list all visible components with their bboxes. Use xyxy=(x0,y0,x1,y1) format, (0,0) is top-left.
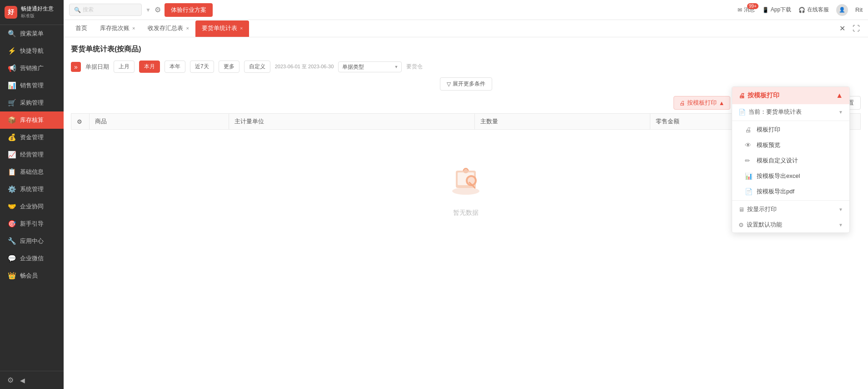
template-preview-icon: 👁 xyxy=(745,141,753,149)
sidebar-item-member[interactable]: 👑 畅会员 xyxy=(0,267,64,284)
column-settings-icon[interactable]: ⚙ xyxy=(77,118,82,125)
date-more-button[interactable]: 更多 xyxy=(219,61,239,73)
online-service-item[interactable]: 🎧 在线客服 xyxy=(798,6,829,14)
tab-order-stats[interactable]: 要货单统计表 × xyxy=(195,20,249,37)
sidebar-item-sales[interactable]: 📊 销售管理 xyxy=(0,77,64,94)
template-print-button[interactable]: 🖨 按模板打印 ▲ xyxy=(673,96,730,110)
industry-solution-button[interactable]: 体验行业方案 xyxy=(165,3,213,17)
guide-icon: 🎯 xyxy=(7,220,16,228)
settings-gear-icon[interactable]: ⚙ xyxy=(155,5,161,14)
settings-icon[interactable]: ⚙ xyxy=(7,376,14,384)
type-select-wrap: 单据类型 xyxy=(338,61,402,72)
wechat-icon: 💬 xyxy=(7,254,16,263)
display-print-icon: 🖥 xyxy=(738,206,744,213)
date-7days-button[interactable]: 近7天 xyxy=(190,61,214,73)
topbar-search-icon: 🔍 xyxy=(74,7,81,13)
close-window-button[interactable]: ✕ xyxy=(837,23,848,34)
dropdown-item-template-print[interactable]: 🖨 模板打印 xyxy=(732,122,849,137)
tabs-bar: 首页 库存批次账 × 收发存汇总表 × 要货单统计表 × ✕ ⛶ xyxy=(64,20,868,37)
dropdown-item-export-pdf[interactable]: 📄 按模板导出pdf xyxy=(732,184,849,199)
sidebar-item-collab[interactable]: 🤝 企业协同 xyxy=(0,198,64,215)
table-col-unit: 主计量单位 xyxy=(229,114,475,130)
sidebar-logo: 好 畅捷通好生意 标准版 xyxy=(0,0,64,25)
dropdown-title: 🖨 按模板打印 xyxy=(738,91,779,100)
empty-svg xyxy=(443,157,489,202)
expand-conditions-button[interactable]: ▽ 展开更多条件 xyxy=(440,77,492,91)
tab-close-inventory-batch[interactable]: × xyxy=(132,25,135,31)
messages-icon: ✉ xyxy=(738,7,742,13)
empty-text: 暂无数据 xyxy=(453,209,479,217)
sidebar-item-app-center[interactable]: 🔧 应用中心 xyxy=(0,232,64,250)
display-print-chevron: ▼ xyxy=(838,207,843,212)
dropdown-item-template-custom[interactable]: ✏ 模板自定义设计 xyxy=(732,153,849,168)
sidebar-item-marketing[interactable]: 📢 营销推广 xyxy=(0,60,64,77)
purchase-icon: 🛒 xyxy=(7,99,16,107)
dropdown-item-export-excel[interactable]: 📊 按模板导出excel xyxy=(732,168,849,184)
sidebar-item-system[interactable]: ⚙️ 系统管理 xyxy=(0,181,64,198)
table-col-goods: 商品 xyxy=(90,114,229,130)
app-center-icon: 🔧 xyxy=(7,237,16,245)
tab-receipts-summary[interactable]: 收发存汇总表 × xyxy=(141,20,195,37)
tab-close-receipts-summary[interactable]: × xyxy=(186,25,189,31)
member-icon: 👑 xyxy=(7,272,16,280)
date-this-year-button[interactable]: 本年 xyxy=(165,61,185,73)
topbar-search-box[interactable]: 🔍 搜索 xyxy=(69,4,142,16)
set-default-section[interactable]: ⚙ 设置默认功能 ▼ xyxy=(732,217,849,232)
collab-icon: 🤝 xyxy=(7,202,16,211)
messages-item[interactable]: ✉ 消息 99+ xyxy=(738,6,755,14)
headset-icon: 🎧 xyxy=(798,7,805,13)
sidebar-item-finance[interactable]: 💰 资金管理 xyxy=(0,129,64,146)
system-icon: ⚙️ xyxy=(7,185,16,193)
current-template-section[interactable]: 📄 当前：要货单统计表 ▼ xyxy=(732,104,849,120)
search-nav-icon: 🔍 xyxy=(7,30,16,38)
current-template-chevron: ▼ xyxy=(838,110,843,115)
date-range-text: 2023-06-01 至 2023-06-30 xyxy=(275,63,334,70)
collapse-icon[interactable]: ◀ xyxy=(20,377,25,384)
inventory-icon: 📦 xyxy=(7,116,16,124)
dropdown-panel: 🖨 按模板打印 ▲ 📄 当前：要货单统计表 ▼ 🖨 模板打印 👁 xyxy=(732,86,850,233)
tab-home[interactable]: 首页 xyxy=(69,20,94,37)
type-select[interactable]: 单据类型 xyxy=(338,61,402,72)
dropdown-close-button[interactable]: ▲ xyxy=(836,91,843,100)
page-title: 要货单统计表(按商品) xyxy=(71,45,861,54)
chevron-up-icon: ▲ xyxy=(718,100,724,106)
maximize-window-button[interactable]: ⛶ xyxy=(850,23,863,34)
user-avatar[interactable]: 👤 xyxy=(836,4,848,16)
sidebar-item-operations[interactable]: 📈 经营管理 xyxy=(0,146,64,163)
date-label: 单据日期 xyxy=(85,63,109,71)
display-print-section[interactable]: 🖥 按显示打印 ▼ xyxy=(732,202,849,217)
sidebar-item-quick-nav[interactable]: ⚡ 快捷导航 xyxy=(0,42,64,60)
sidebar-item-search[interactable]: 🔍 搜索菜单 xyxy=(0,25,64,42)
app-download-icon: 📱 xyxy=(762,7,769,13)
expand-icon: ▽ xyxy=(447,81,451,87)
svg-point-0 xyxy=(452,187,479,195)
table-col-settings[interactable]: ⚙ xyxy=(71,114,90,130)
dropdown-item-template-preview[interactable]: 👁 模板预览 xyxy=(732,137,849,153)
sidebar-logo-text: 畅捷通好生意 标准版 xyxy=(21,5,54,19)
sidebar-item-guide[interactable]: 🎯 新手引导 xyxy=(0,215,64,232)
sidebar-navigation: 🔍 搜索菜单 ⚡ 快捷导航 📢 营销推广 📊 销售管理 🛒 采购管理 📦 库存核… xyxy=(0,25,64,371)
tabs-actions: ✕ ⛶ xyxy=(837,23,863,34)
dropdown-arrow[interactable]: ▼ xyxy=(145,7,151,13)
table-col-quantity: 主数量 xyxy=(475,114,650,130)
app-download-item[interactable]: 📱 App下载 xyxy=(762,6,791,14)
sidebar-item-inventory[interactable]: 📦 库存核算 xyxy=(0,111,64,129)
date-custom-button[interactable]: 自定义 xyxy=(244,61,270,73)
quick-nav-icon: ⚡ xyxy=(7,47,16,55)
printer-icon: 🖨 xyxy=(679,100,685,106)
sidebar-item-basic-info[interactable]: 📋 基础信息 xyxy=(0,163,64,181)
dropdown-header: 🖨 按模板打印 ▲ xyxy=(732,87,849,104)
filter-toggle-button[interactable]: » xyxy=(71,62,81,72)
tab-close-order-stats[interactable]: × xyxy=(240,25,243,31)
app-logo-icon: 好 xyxy=(5,6,17,19)
sidebar-item-wechat[interactable]: 💬 企业微信 xyxy=(0,250,64,267)
sales-icon: 📊 xyxy=(7,81,16,90)
set-default-icon: ⚙ xyxy=(738,222,744,228)
dropdown-divider-2 xyxy=(732,200,849,201)
date-this-month-button[interactable]: 本月 xyxy=(139,61,160,73)
template-print-icon: 🖨 xyxy=(745,126,753,133)
tab-inventory-batch[interactable]: 库存批次账 × xyxy=(94,20,141,37)
sidebar-item-purchase[interactable]: 🛒 采购管理 xyxy=(0,94,64,111)
export-pdf-icon: 📄 xyxy=(745,188,753,195)
date-last-month-button[interactable]: 上月 xyxy=(114,61,135,73)
